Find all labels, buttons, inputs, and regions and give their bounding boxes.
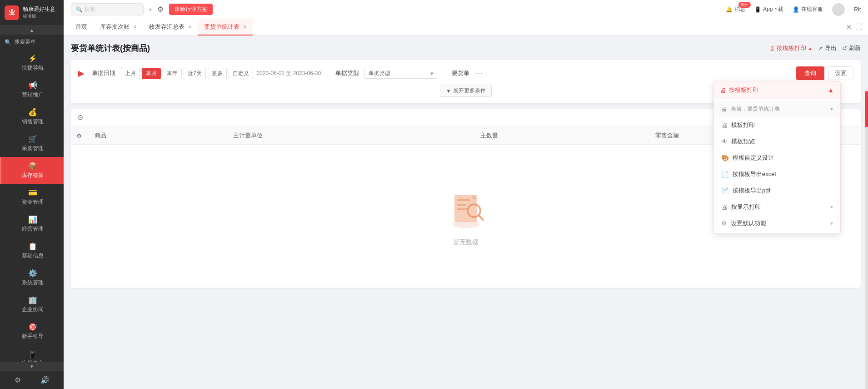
sidebar-item-enterprise[interactable]: 🏢 企业协同 [0,291,64,318]
nav-icon-quick: ⚡ [28,54,37,63]
refresh-button[interactable]: ↺ 刷新 [842,44,861,52]
sidebar-item-sales[interactable]: 💰 销售管理 [0,103,64,130]
sidebar-item-finance[interactable]: 💳 资金管理 [0,184,64,211]
template-pdf-item[interactable]: 📄 按模板导出pdf [714,182,840,199]
print-chevron-up-icon: ▲ [808,46,813,51]
template-print-icon: 🖨 [721,121,728,129]
date-btn-this-year[interactable]: 本年 [163,68,182,79]
online-service-button[interactable]: 👤 在线客服 [793,5,823,13]
print-button[interactable]: 🖨 按模板打印 ▲ [769,44,813,52]
service-icon: 👤 [793,6,799,13]
page-content: 要货单统计表(按商品) 🖨 按模板打印 ▲ ↗ 导出 ↺ 刷新 [64,35,868,389]
sidebar-scroll-up[interactable]: ▲ [0,26,64,35]
tab-close-order-stats[interactable]: × [243,24,246,30]
tab-batch-account[interactable]: 库存批次账 × [94,19,143,35]
date-btn-last-7[interactable]: 近7天 [184,68,206,79]
template-pdf-icon: 📄 [721,187,729,194]
avatar[interactable] [832,3,845,16]
col-unit: 主计量单位 [228,127,475,145]
default-func-arrow: ▾ [830,220,833,227]
search-icon: 🔍 [76,6,83,13]
date-nav: 上月 本月 本年 近7天 更多 自定义 2023-06-01 至 2023-06… [121,68,321,79]
export-icon: ↗ [818,45,823,52]
printer-icon: 🖨 [769,45,775,52]
sidebar-item-marketing[interactable]: 📢 营销推广 [0,76,64,103]
current-template-icon: 🖨 [721,106,727,112]
svg-rect-4 [457,208,468,210]
filter-row-1: ▶ 单据日期 上月 本月 本年 近7天 更多 自定义 2023-06-01 至 … [78,66,853,80]
order-type-select-wrapper: 单据类型 [364,68,437,79]
print-dropdown-panel: 🖨 按模板打印 ▲ 🖨 当前：要货单统计表 ▾ 🖨 模板打印 👁 [713,81,841,234]
template-custom-icon: 🎨 [721,154,729,162]
topbar: 🔍 搜索 ▾ ⚙ 体验行业方案 🔔 消息 99+ 📱 App下载 👤 在线客服 … [64,0,868,19]
refresh-icon: ↺ [842,45,847,52]
date-btn-custom[interactable]: 自定义 [229,68,253,79]
search-dropdown-icon[interactable]: ▾ [149,6,152,13]
svg-rect-2 [457,199,470,201]
nav-icon-sales: 💰 [28,108,37,116]
search-icon: 🔍 [5,39,11,45]
sidebar-search-button[interactable]: 🔍 搜索菜单 [0,35,64,50]
default-func-item[interactable]: ⚙ 设置默认功能 ▾ [714,215,840,232]
order-type-select[interactable]: 单据类型 [364,68,437,79]
display-print-icon: 🖨 [721,203,728,211]
bell-icon: 🔔 [726,6,733,13]
export-button[interactable]: ↗ 导出 [818,44,837,52]
scrollbar-thumb[interactable] [865,91,868,127]
date-btn-last-month[interactable]: 上月 [121,68,140,79]
sidebar-scroll-down[interactable]: ▼ [0,362,64,371]
sidebar-item-quick-nav[interactable]: ⚡ 快捷导航 [0,50,64,76]
sidebar-item-system[interactable]: ⚙️ 系统管理 [0,264,64,291]
sidebar-item-purchase[interactable]: 🛒 采购管理 [0,130,64,157]
sidebar-item-guide[interactable]: 🎯 新手引导 [0,318,64,345]
template-preview-icon: 👁 [721,138,728,145]
date-btn-this-month[interactable]: 本月 [142,68,161,79]
filter-expand-icon[interactable]: ▶ [78,68,85,78]
current-template-item[interactable]: 🖨 当前：要货单统计表 ▾ [714,101,840,117]
default-func-icon: ⚙ [721,220,727,227]
display-print-item[interactable]: 🖨 按显示打印 ▾ [714,199,840,215]
empty-text: 暂无数据 [453,238,479,247]
query-button[interactable]: 查询 [796,66,824,80]
app-download-button[interactable]: 📱 App下载 [754,5,783,13]
page-title: 要货单统计表(按商品) [71,43,150,54]
order-goods-info-icon[interactable]: ⋯ [475,68,483,78]
tab-expand-icon[interactable]: ⛶ [855,23,863,31]
template-preview-item[interactable]: 👁 模板预览 [714,133,840,150]
svg-rect-3 [457,204,466,206]
table-settings-icon[interactable]: ⚙ [77,113,84,122]
expand-more-button[interactable]: ▼ 展开更多条件 [440,85,492,97]
app-logo-text: 畅康通好生意 标准版 [23,6,55,20]
print-dropdown-close-button[interactable]: ▲ [828,86,834,94]
settings-button[interactable]: 设置 [828,66,853,80]
sidebar-item-operations[interactable]: 📊 经营管理 [0,211,64,237]
tab-close-all-icon[interactable]: ✕ [846,23,852,31]
page-header: 要货单统计表(按商品) 🖨 按模板打印 ▲ ↗ 导出 ↺ 刷新 [71,43,861,54]
tab-close-receipt-summary[interactable]: × [188,24,191,30]
sidebar-item-basic-info[interactable]: 📋 基础信息 [0,237,64,264]
date-range: 2023-06-01 至 2023-06-30 [257,70,321,77]
volume-icon[interactable]: 🔊 [40,376,50,384]
tab-close-batch-account[interactable]: × [133,24,136,30]
col-settings[interactable]: ⚙ [71,127,89,145]
topbar-search-box[interactable]: 🔍 搜索 [71,3,144,15]
tab-receipt-summary[interactable]: 收发存汇总表 × [143,19,198,35]
print-dropdown-header: 🖨 按模板打印 ▲ [714,81,840,99]
template-print-item[interactable]: 🖨 模板打印 [714,117,840,133]
nav-icon-guide: 🎯 [28,323,37,331]
order-type-label: 单据类型 [335,69,359,77]
col-goods: 商品 [89,127,228,145]
settings-icon[interactable]: ⚙ [15,376,21,384]
template-excel-item[interactable]: 📄 按模板导出excel [714,166,840,182]
sidebar-item-inventory[interactable]: 📦 库存核算 [0,157,64,184]
promo-button[interactable]: 体验行业方案 [169,4,213,15]
topbar-gear-icon[interactable]: ⚙ [157,5,164,14]
tab-order-stats[interactable]: 要货单统计表 × [198,19,253,35]
topbar-right-actions: 🔔 消息 99+ 📱 App下载 👤 在线客服 Rit [726,3,861,16]
notifications-button[interactable]: 🔔 消息 99+ [726,5,745,13]
template-custom-item[interactable]: 🎨 模板自定义设计 [714,150,840,166]
sidebar-item-app-center[interactable]: 📱 应用中心 [0,345,64,362]
tab-home[interactable]: 首页 [69,19,94,35]
date-btn-more[interactable]: 更多 [208,68,227,79]
right-scrollbar[interactable] [865,91,868,389]
